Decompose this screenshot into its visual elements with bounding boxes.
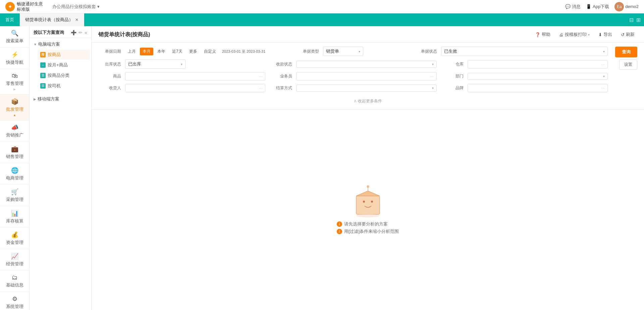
scheme-icon-by-goods-category: ☰: [40, 73, 46, 78]
consignee-dots-icon: ···: [259, 86, 262, 91]
export-button[interactable]: ⬇ 导出: [596, 30, 615, 39]
date-btn-7days[interactable]: 近7天: [169, 48, 185, 55]
sidebar-item-retail[interactable]: 🛍 零售管理 ▶: [0, 69, 29, 95]
settings-button[interactable]: 设置: [619, 59, 637, 70]
payment-chevron-icon: ▾: [432, 86, 434, 90]
app-download-button[interactable]: 📱 App下载: [586, 4, 609, 10]
empty-svg: [348, 184, 388, 218]
scheme-icon-by-month-goods: ↔: [40, 62, 46, 68]
purchase-icon: 🛒: [11, 188, 18, 196]
dept-select[interactable]: ▾: [468, 73, 608, 80]
brand-input[interactable]: ···: [468, 84, 608, 92]
dept-label: 部门: [441, 73, 464, 79]
doc-type-control: 销货单 ▾: [323, 47, 410, 56]
help-icon: ❓: [535, 32, 540, 37]
print-button[interactable]: 🖨 按模板打印 ▾: [556, 30, 592, 39]
salesman-input[interactable]: ···: [296, 72, 436, 81]
tab-sales-stat[interactable]: 销货单统计表（按商品） ✕: [20, 13, 84, 26]
sidebar-item-finance[interactable]: 💰 资金管理: [0, 228, 29, 249]
sidebar-item-sales[interactable]: 💼 销售管理: [0, 142, 29, 163]
page-header: 销货单统计表(按商品) ❓ 帮助 🖨 按模板打印 ▾ ⬇ 导出 ↺ 刷新: [92, 26, 644, 43]
pay-status-select[interactable]: ▾: [296, 61, 436, 68]
message-icon: 💬: [565, 4, 571, 9]
tab-expand-icon[interactable]: ⊞: [636, 17, 641, 23]
date-range-bar: 上月 本月 本年 近7天 更多 自定义 2023-03-01 至 2023-03…: [125, 48, 265, 55]
pay-status-control: ▾: [296, 61, 436, 68]
doc-status-chevron-icon: ▾: [603, 50, 605, 53]
doc-type-select[interactable]: 销货单 ▾: [323, 47, 363, 56]
filter-row-goods: 商品 ··· 业务员 ···: [98, 72, 608, 81]
search-icon: 🔍: [11, 30, 18, 37]
scheme-item-by-goods[interactable]: 按 按商品: [38, 50, 90, 60]
sidebar-item-operations[interactable]: 📈 经营管理: [0, 249, 29, 271]
dept-chevron-icon: ▾: [603, 74, 605, 78]
date-btn-custom[interactable]: 自定义: [201, 48, 219, 55]
edit-scheme-button[interactable]: ✏: [78, 30, 83, 35]
consignee-input[interactable]: ···: [125, 84, 265, 92]
dept-control: ▾: [468, 73, 608, 80]
scheme-item-by-cashier[interactable]: ☰ 按司机: [38, 81, 90, 91]
marketing-icon: 📣: [11, 124, 18, 131]
logo-area: ✦ 畅捷通好生意 标准版: [5, 1, 43, 12]
salesman-dots-icon: ···: [430, 74, 434, 79]
user-profile-button[interactable]: Ea demo2: [614, 2, 639, 11]
basic-icon: 🗂: [12, 274, 18, 281]
date-btn-this-month[interactable]: 本月: [140, 48, 153, 55]
brand-dots-icon: ···: [601, 86, 605, 91]
svg-point-6: [356, 214, 380, 217]
date-btn-last-month[interactable]: 上月: [125, 48, 139, 55]
print-icon: 🖨: [559, 32, 564, 37]
payment-select[interactable]: ▾: [296, 85, 436, 92]
warehouse-dots-icon: ···: [601, 62, 605, 67]
sidebar-item-inventory[interactable]: 📊 库存核算: [0, 206, 29, 228]
out-status-label: 出库状态: [98, 61, 121, 67]
date-btn-this-year[interactable]: 本年: [155, 48, 168, 55]
sidebar-item-marketing[interactable]: 📣 营销推广: [0, 120, 29, 142]
brand-label: 品牌: [441, 85, 464, 91]
sidebar-item-system[interactable]: ⚙ 系统管理: [0, 292, 29, 310]
message-button[interactable]: 💬 消息: [565, 4, 581, 10]
doc-status-select[interactable]: 已生效 ▾: [441, 47, 608, 56]
query-button[interactable]: 查询: [615, 47, 637, 57]
warehouse-label: 仓库: [441, 61, 464, 67]
tab-home[interactable]: 首页: [0, 13, 20, 26]
add-scheme-button[interactable]: ➕: [71, 30, 76, 35]
sidebar: 🔍 搜索菜单 ⚡ 快捷导航 🛍 零售管理 ▶ 📦 批发管理 ▲ 📣 营销推广 💼…: [0, 26, 30, 310]
collapse-bar[interactable]: ∧ 收起更多条件: [98, 96, 637, 105]
page-actions: ❓ 帮助 🖨 按模板打印 ▾ ⬇ 导出 ↺ 刷新: [532, 30, 637, 42]
scheme-group-mobile-header[interactable]: ▶ 移动端方案: [30, 94, 91, 104]
help-button[interactable]: ❓ 帮助: [532, 30, 553, 39]
inventory-icon: 📊: [11, 210, 18, 217]
goods-label: 商品: [98, 73, 121, 79]
date-btn-more[interactable]: 更多: [186, 48, 200, 55]
scheme-item-by-goods-category[interactable]: ☰ 按商品分类: [38, 70, 90, 81]
scheme-group-mobile: ▶ 移动端方案: [30, 93, 91, 105]
sidebar-search[interactable]: 🔍 搜索菜单: [0, 26, 29, 48]
pay-status-label: 收款状态: [269, 61, 292, 67]
collapse-panel-button[interactable]: «: [85, 30, 87, 35]
refresh-button[interactable]: ↺ 刷新: [618, 30, 637, 39]
sidebar-item-ecommerce[interactable]: 🌐 电商管理: [0, 163, 29, 185]
date-control: 上月 本月 本年 近7天 更多 自定义 2023-03-01 至 2023-03…: [125, 48, 292, 55]
scheme-item-by-month-goods[interactable]: ↔ 按月+商品: [38, 60, 90, 70]
filter-row-consignee: 收货人 ··· 结算方式 ▾: [98, 84, 608, 92]
empty-step-1: 1 请先选择要分析的方案: [337, 221, 399, 227]
sidebar-item-purchase[interactable]: 🛒 采购管理: [0, 185, 29, 206]
empty-illustration: [348, 184, 388, 218]
date-label: 单据日期: [98, 49, 121, 54]
download-icon: 📱: [586, 4, 591, 9]
scheme-items-desktop: 按 按商品 ↔ 按月+商品 ☰ 按商品分类 ☰ 按司机: [30, 50, 91, 91]
goods-input[interactable]: ···: [125, 72, 265, 81]
svg-point-5: [367, 186, 369, 188]
scheme-icon-by-goods: 按: [40, 52, 46, 57]
industry-selector[interactable]: 办公用品行业模拟账套 ▾: [52, 4, 100, 10]
logo-text: 畅捷通好生意 标准版: [17, 1, 43, 12]
scheme-group-desktop-header[interactable]: ▼ 电脑端方案: [30, 39, 91, 49]
sidebar-item-basic[interactable]: 🗂 基础信息: [0, 271, 29, 292]
sidebar-quick-nav[interactable]: ⚡ 快捷导航: [0, 48, 29, 69]
sidebar-item-wholesale[interactable]: 📦 批发管理 ▲: [0, 95, 29, 120]
warehouse-input[interactable]: ···: [468, 60, 608, 68]
tab-close-icon[interactable]: ✕: [75, 17, 78, 22]
tab-minimize-icon[interactable]: ⊟: [629, 17, 634, 23]
out-status-select[interactable]: 已出库 ▾: [125, 59, 185, 69]
